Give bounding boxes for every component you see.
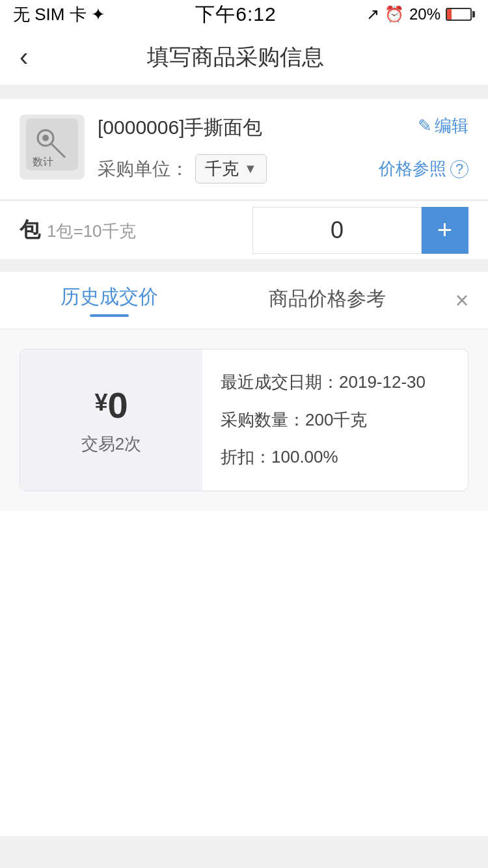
unit-value: 千克 bbox=[205, 157, 239, 180]
trade-date-value: 2019-12-30 bbox=[339, 372, 426, 392]
trade-quantity-label: 采购数量： bbox=[221, 410, 305, 429]
product-unit-row: 采购单位： 千克 ▼ 价格参照 ? bbox=[98, 154, 468, 183]
trade-card-left: ¥0 交易2次 bbox=[20, 349, 202, 491]
quantity-input[interactable] bbox=[252, 207, 422, 254]
quantity-unit-sub: 1包=10千克 bbox=[47, 220, 136, 243]
trade-quantity-row: 采购数量：200千克 bbox=[221, 407, 450, 434]
price-ref-button[interactable]: 价格参照 ? bbox=[379, 157, 468, 180]
edit-button[interactable]: ✎ 编辑 bbox=[418, 115, 468, 137]
svg-text:数计: 数计 bbox=[33, 156, 53, 167]
unit-select[interactable]: 千克 ▼ bbox=[195, 154, 267, 183]
product-name: [0000006]手撕面包 bbox=[98, 115, 262, 141]
page-title: 填写商品采购信息 bbox=[41, 42, 429, 72]
nav-arrow-icon: ↗ bbox=[366, 5, 379, 23]
quantity-plus-button[interactable]: + bbox=[422, 207, 468, 254]
tab-product-price[interactable]: 商品价格参考 bbox=[218, 272, 436, 329]
battery-percent: 20% bbox=[409, 5, 441, 23]
chevron-down-icon: ▼ bbox=[244, 161, 257, 176]
product-card: 数计 [0000006]手撕面包 ✎ 编辑 采购单位： 千克 ▼ 价格参照 ? bbox=[0, 99, 488, 199]
price-ref-label: 价格参照 bbox=[379, 157, 446, 180]
trade-date-label: 最近成交日期： bbox=[221, 372, 339, 392]
trade-quantity-value: 200千克 bbox=[305, 410, 367, 429]
trade-count: 交易2次 bbox=[81, 433, 141, 455]
tab-history-price-label: 历史成交价 bbox=[61, 284, 158, 310]
trade-card-right: 最近成交日期：2019-12-30 采购数量：200千克 折扣：100.00% bbox=[202, 349, 468, 491]
price-value: 0 bbox=[107, 385, 128, 426]
tab-close-button[interactable]: × bbox=[436, 272, 488, 329]
svg-point-2 bbox=[42, 135, 49, 141]
tab-active-indicator bbox=[90, 314, 129, 317]
help-icon: ? bbox=[450, 160, 468, 178]
sim-label: 无 SIM 卡 ✦ bbox=[13, 3, 105, 26]
tab-content: ¥0 交易2次 最近成交日期：2019-12-30 采购数量：200千克 折扣：… bbox=[0, 329, 488, 511]
nav-bar: ‹ 填写商品采购信息 bbox=[0, 29, 488, 86]
edit-icon: ✎ bbox=[418, 116, 432, 136]
tab-product-price-label: 商品价格参考 bbox=[269, 286, 386, 312]
trade-discount-value: 100.00% bbox=[271, 447, 338, 467]
quantity-unit-main: 包 bbox=[20, 216, 40, 245]
unit-label: 采购单位： bbox=[98, 157, 189, 182]
product-image: 数计 bbox=[20, 115, 85, 180]
separator bbox=[0, 259, 488, 272]
trade-discount-row: 折扣：100.00% bbox=[221, 444, 450, 471]
tab-panel: 历史成交价 商品价格参考 × ¥0 交易2次 最近成交日期：2019-12-30… bbox=[0, 272, 488, 511]
quantity-input-area: + bbox=[136, 207, 468, 254]
status-bar: 无 SIM 卡 ✦ 下午6:12 ↗ ⏰ 20% bbox=[0, 0, 488, 29]
status-time: 下午6:12 bbox=[195, 1, 276, 28]
trade-discount-label: 折扣： bbox=[221, 447, 271, 467]
back-button[interactable]: ‹ bbox=[20, 42, 28, 72]
tab-header: 历史成交价 商品价格参考 × bbox=[0, 272, 488, 329]
quantity-unit: 包 1包=10千克 bbox=[20, 216, 136, 245]
battery-icon bbox=[446, 8, 475, 21]
currency-symbol: ¥ bbox=[94, 389, 107, 416]
trade-card: ¥0 交易2次 最近成交日期：2019-12-30 采购数量：200千克 折扣：… bbox=[20, 349, 468, 491]
status-right: ↗ ⏰ 20% bbox=[366, 5, 475, 23]
trade-price: ¥0 bbox=[94, 384, 128, 426]
trade-date-row: 最近成交日期：2019-12-30 bbox=[221, 369, 450, 396]
bottom-area bbox=[0, 511, 488, 836]
alarm-icon: ⏰ bbox=[385, 5, 404, 23]
tab-history-price[interactable]: 历史成交价 bbox=[0, 272, 218, 329]
edit-label: 编辑 bbox=[435, 115, 468, 137]
status-left: 无 SIM 卡 ✦ bbox=[13, 3, 105, 26]
product-info: [0000006]手撕面包 ✎ 编辑 采购单位： 千克 ▼ 价格参照 ? bbox=[98, 115, 468, 183]
quantity-row: 包 1包=10千克 + bbox=[0, 200, 488, 259]
product-logo: 数计 bbox=[26, 118, 78, 176]
product-header: [0000006]手撕面包 ✎ 编辑 bbox=[98, 115, 468, 141]
